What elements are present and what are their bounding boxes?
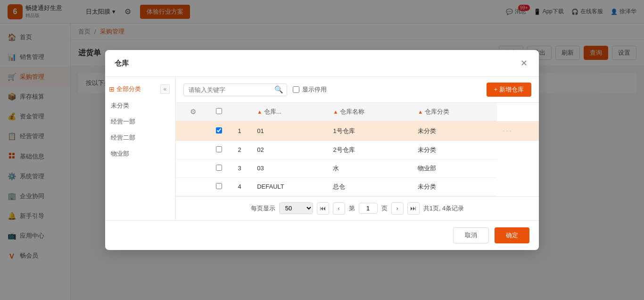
row-name-cell: 水 <box>327 159 412 177</box>
per-page-label: 每页显示 <box>251 204 275 213</box>
row-checkbox-cell <box>210 177 228 196</box>
search-wrap: 🔍 <box>183 83 287 96</box>
first-page-button[interactable]: ⏮ <box>317 202 329 215</box>
row-num-cell: 3 <box>228 159 251 177</box>
category-item-property[interactable]: 物业部 <box>105 146 175 162</box>
category-item-dept1[interactable]: 经营一部 <box>105 114 175 130</box>
row-gear-cell <box>176 141 210 159</box>
row-checkbox[interactable] <box>216 127 222 133</box>
prev-page-button[interactable]: ‹ <box>333 202 345 215</box>
row-category-cell: 物业部 <box>412 159 497 177</box>
col-gear-header: ⚙ <box>176 103 210 121</box>
page-number-input[interactable] <box>359 203 378 214</box>
modal-main-area: 🔍 显示停用 + 新增仓库 ⚙ <box>176 77 539 220</box>
page-suffix: 页 <box>381 204 388 213</box>
show-disabled-label: 显示停用 <box>302 85 327 94</box>
name-sort-icon: ▲ <box>333 109 338 115</box>
confirm-button[interactable]: 确定 <box>495 227 529 243</box>
category-grid-icon: ⊞ <box>109 85 115 93</box>
table-row[interactable]: 1 01 1号仓库 未分类 ··· <box>176 121 539 141</box>
select-all-checkbox[interactable] <box>216 108 222 114</box>
row-gear-cell <box>176 177 210 196</box>
row-name-cell: 总仓 <box>327 177 412 196</box>
modal-overlay: 仓库 ✕ ⊞ 全部分类 « 未分类 经营一部 经营二部 物业部 <box>0 0 644 300</box>
row-code-cell: 01 <box>251 121 327 141</box>
category-item-unclassified[interactable]: 未分类 <box>105 98 175 114</box>
warehouse-table-wrap: ⚙ ▲ 仓库... <box>176 103 539 196</box>
category-item-dept2[interactable]: 经营二部 <box>105 130 175 146</box>
row-checkbox-cell <box>210 159 228 177</box>
modal-title: 仓库 <box>115 59 129 68</box>
row-code-cell: 03 <box>251 159 327 177</box>
col-sort-header[interactable]: ▲ 仓库... <box>251 103 327 121</box>
warehouse-table: ⚙ ▲ 仓库... <box>176 103 539 196</box>
collapse-sidebar-button[interactable]: « <box>160 84 170 94</box>
per-page-select[interactable]: 50 100 <box>279 202 313 214</box>
row-num-cell: 2 <box>228 141 251 159</box>
row-name-cell: 1号仓库 <box>327 121 412 141</box>
col-sort-label: 仓库... <box>264 108 281 116</box>
row-gear-cell <box>176 159 210 177</box>
warehouse-modal: 仓库 ✕ ⊞ 全部分类 « 未分类 经营一部 经营二部 物业部 <box>105 50 539 250</box>
row-actions-cell[interactable]: ··· <box>497 121 539 141</box>
col-checkbox-header <box>210 103 228 121</box>
modal-category-sidebar: ⊞ 全部分类 « 未分类 经营一部 经营二部 物业部 <box>105 77 176 220</box>
row-code-cell: DEFAULT <box>251 177 327 196</box>
all-categories-button[interactable]: ⊞ 全部分类 <box>109 85 141 93</box>
category-header: ⊞ 全部分类 « <box>105 81 175 98</box>
all-categories-label: 全部分类 <box>116 85 141 93</box>
total-records-label: 共1页, 4条记录 <box>423 204 464 213</box>
row-num-cell: 4 <box>228 177 251 196</box>
col-num-header <box>228 103 251 121</box>
sort-icon: ▲ <box>257 109 262 115</box>
next-page-button[interactable]: › <box>391 202 404 215</box>
col-category-header[interactable]: ▲ 仓库分类 <box>412 103 497 121</box>
modal-close-button[interactable]: ✕ <box>518 58 529 69</box>
row-category-cell: 未分类 <box>412 177 497 196</box>
cancel-button[interactable]: 取消 <box>453 227 489 243</box>
row-gear-cell <box>176 121 210 141</box>
row-checkbox-cell <box>210 121 228 141</box>
row-checkbox[interactable] <box>216 165 222 171</box>
modal-header: 仓库 ✕ <box>105 50 539 77</box>
modal-body: ⊞ 全部分类 « 未分类 经营一部 经营二部 物业部 🔍 <box>105 77 539 220</box>
search-input[interactable] <box>183 83 287 96</box>
search-icon[interactable]: 🔍 <box>274 85 283 94</box>
cat-sort-icon: ▲ <box>418 109 423 115</box>
table-header-row: ⚙ ▲ 仓库... <box>176 103 539 121</box>
show-disabled-checkbox[interactable] <box>293 86 299 93</box>
row-checkbox[interactable] <box>216 183 222 189</box>
row-checkbox[interactable] <box>216 146 222 152</box>
row-name-cell: 2号仓库 <box>327 141 412 159</box>
row-category-cell: 未分类 <box>412 141 497 159</box>
col-category-label: 仓库分类 <box>425 108 449 116</box>
table-row[interactable]: 2 02 2号仓库 未分类 <box>176 141 539 159</box>
modal-footer: 取消 确定 <box>105 220 539 250</box>
row-code-cell: 02 <box>251 141 327 159</box>
row-checkbox-cell <box>210 141 228 159</box>
page-label: 第 <box>349 204 355 213</box>
add-warehouse-button[interactable]: + 新增仓库 <box>487 83 531 97</box>
pagination: 每页显示 50 100 ⏮ ‹ 第 页 › ⏭ 共1页, 4条记录 <box>176 196 539 220</box>
table-row[interactable]: 3 03 水 物业部 <box>176 159 539 177</box>
row-num-cell: 1 <box>228 121 251 141</box>
show-disabled-wrap: 显示停用 <box>293 85 327 94</box>
col-name-header[interactable]: ▲ 仓库名称 <box>327 103 412 121</box>
modal-search-toolbar: 🔍 显示停用 + 新增仓库 <box>176 77 539 103</box>
col-name-label: 仓库名称 <box>340 108 364 116</box>
table-row[interactable]: 4 DEFAULT 总仓 未分类 <box>176 177 539 196</box>
row-category-cell: 未分类 <box>412 121 497 141</box>
last-page-button[interactable]: ⏭ <box>407 202 420 215</box>
